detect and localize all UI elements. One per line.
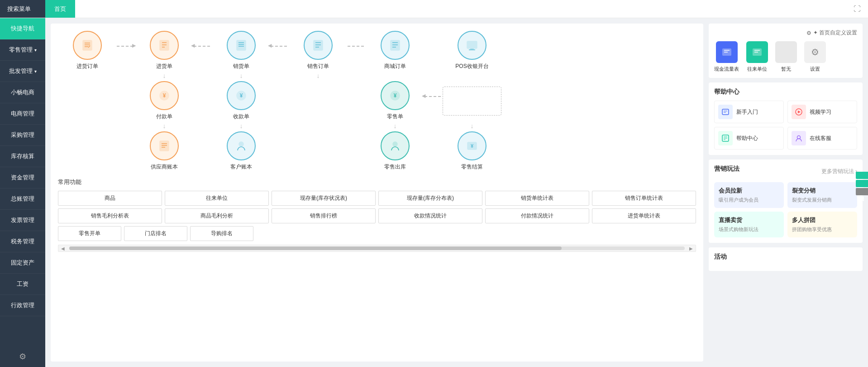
payment-label: 付款单 bbox=[156, 113, 172, 121]
retail-settle-icon: ¥ bbox=[458, 131, 486, 160]
marketing-item-live[interactable]: 直播卖货 场景式购物新玩法 bbox=[714, 212, 784, 237]
quick-access-panel: ⚙ ✦ 首页自定义设置 现金流量表 往来 bbox=[709, 24, 863, 78]
sidebar-item-retail[interactable]: 零售管理▾ bbox=[0, 39, 45, 61]
marketing-header: 营销玩法 更多营销玩法 › bbox=[714, 165, 857, 178]
flow-node-supplier-book[interactable]: 供应商账本 bbox=[135, 131, 194, 171]
settings-icon[interactable]: ⚙ bbox=[19, 352, 26, 362]
qa-item-cashflow[interactable]: 现金流量表 bbox=[714, 41, 739, 72]
func-btn-sales-order-stat[interactable]: 销售订单统计表 bbox=[592, 191, 696, 206]
float-btn-desktop[interactable]: 桌面快捷 bbox=[856, 188, 868, 195]
func-btn-goods[interactable]: 商品 bbox=[58, 191, 162, 206]
svg-text:¥: ¥ bbox=[240, 92, 243, 99]
sidebar-item-ecommerce[interactable]: 小畅电商 bbox=[0, 82, 45, 103]
arrow-down-sales: ↓ bbox=[212, 72, 271, 79]
sidebar-item-tax[interactable]: 税务管理 bbox=[0, 231, 45, 252]
flow-node-shop-order[interactable]: 商城订单 bbox=[366, 31, 424, 70]
arrow-left-2: ◀ bbox=[271, 46, 289, 47]
func-btn-receipt-stat[interactable]: 收款情况统计 bbox=[378, 208, 482, 223]
func-btn-retail-open[interactable]: 零售开单 bbox=[58, 226, 121, 241]
flow-node-purchase[interactable]: 进货单 bbox=[135, 31, 194, 70]
sidebar-item-inventory[interactable]: 库存核算 bbox=[0, 146, 45, 167]
flow-node-retail-out[interactable]: 零售出库 bbox=[366, 131, 424, 171]
customer-book-icon bbox=[227, 131, 256, 160]
helpcenter-icon bbox=[718, 131, 733, 145]
scroll-left-arrow[interactable]: ◀ bbox=[58, 246, 67, 251]
help-item-video[interactable]: 视频学习 bbox=[787, 101, 857, 123]
help-item-helpcenter[interactable]: 帮助中心 bbox=[714, 127, 784, 150]
sidebar-item-invoice[interactable]: 发票管理 bbox=[0, 210, 45, 231]
sidebar-item-finance[interactable]: 资金管理 bbox=[0, 167, 45, 188]
svg-rect-40 bbox=[722, 109, 729, 115]
func-btn-purchase-stat[interactable]: 进货单统计表 bbox=[592, 208, 696, 223]
qa-settings-label: 设置 bbox=[810, 66, 820, 72]
flow-diagram: 进货订单 ▶ 进货单 bbox=[58, 31, 696, 171]
qa-item-units[interactable]: 往来单位 bbox=[746, 41, 768, 72]
marketing-grid: 会员拉新 吸引用户成为会员 裂变分销 裂变式发展分销商 直播卖货 场景式购物新玩… bbox=[714, 182, 857, 237]
arrow-down-retailsettlement: ↓ bbox=[443, 122, 501, 130]
supplier-book-icon bbox=[150, 131, 179, 160]
sidebar-item-payroll[interactable]: 工资 bbox=[0, 274, 45, 295]
sidebar-item-purchase[interactable]: 采购管理 bbox=[0, 125, 45, 146]
flow-node-retail-bill[interactable]: ¥ 零售单 bbox=[366, 81, 424, 121]
arrow-from-pos: ◀ bbox=[424, 96, 443, 97]
func-btn-store-rank[interactable]: 门店排名 bbox=[124, 226, 187, 241]
float-btn-service[interactable]: 客服热线 bbox=[856, 172, 868, 179]
more-marketing-link[interactable]: 更多营销玩法 › bbox=[821, 168, 857, 175]
gear-icon-small: ⚙ bbox=[806, 30, 811, 36]
func-btn-sales-stat[interactable]: 销货单统计表 bbox=[485, 191, 589, 206]
func-btn-guide-rank[interactable]: 导购排名 bbox=[190, 226, 253, 241]
flow-node-pos[interactable]: POS收银开台 bbox=[443, 31, 501, 70]
purchase-label: 进货单 bbox=[156, 63, 172, 70]
scroll-thumb bbox=[69, 246, 562, 250]
svg-marker-44 bbox=[798, 111, 801, 113]
tab-home[interactable]: 首页 bbox=[45, 0, 75, 18]
units-icon-box bbox=[746, 41, 768, 63]
sidebar-item-wholesale[interactable]: 批发管理▾ bbox=[0, 61, 45, 82]
func-btn-sales-rank[interactable]: 销售排行榜 bbox=[272, 208, 376, 223]
flow-node-purchase-order[interactable]: 进货订单 bbox=[58, 31, 117, 70]
retail-bill-icon: ¥ bbox=[381, 81, 410, 110]
sidebar-bottom: ⚙ bbox=[0, 346, 45, 367]
flow-node-customer-book[interactable]: 客户账本 bbox=[212, 131, 271, 171]
sidebar-item-quicknav[interactable]: 快捷导航 bbox=[0, 18, 45, 39]
customize-link[interactable]: ⚙ ✦ 首页自定义设置 bbox=[806, 29, 857, 37]
func-btn-stock2[interactable]: 现存量(库存分布表) bbox=[378, 191, 482, 206]
help-item-service[interactable]: 在线客服 bbox=[787, 127, 857, 150]
sidebar-item-ecommercemanage[interactable]: 电商管理 bbox=[0, 103, 45, 125]
svg-rect-17 bbox=[467, 41, 477, 48]
flow-node-payment[interactable]: ¥ 付款单 bbox=[135, 81, 194, 121]
func-btn-stock1[interactable]: 现存量(库存状况表) bbox=[272, 191, 376, 206]
func-btn-goods-profit[interactable]: 商品毛利分析 bbox=[165, 208, 269, 223]
help-item-beginner[interactable]: 新手入门 bbox=[714, 101, 784, 123]
func-btn-units[interactable]: 往来单位 bbox=[165, 191, 269, 206]
scrollbar[interactable]: ◀ ▶ bbox=[58, 245, 696, 252]
retail-out-label: 零售出库 bbox=[384, 163, 406, 171]
supplier-book-label: 供应商账本 bbox=[151, 163, 178, 171]
marketing-item-fission[interactable]: 裂变分销 裂变式发展分销商 bbox=[787, 182, 857, 208]
pos-box bbox=[443, 87, 501, 116]
qa-item-settings[interactable]: ⚙ 设置 bbox=[804, 41, 826, 72]
flow-node-sales-order[interactable]: 销售订单 bbox=[289, 31, 348, 70]
activity-title: 活动 bbox=[714, 253, 857, 261]
left-panel: 进货订单 ▶ 进货单 bbox=[51, 24, 703, 362]
float-btn-community[interactable]: 服务社区 bbox=[856, 180, 868, 187]
qa-item-none[interactable]: 暂无 bbox=[775, 41, 797, 72]
flow-node-receipt[interactable]: ¥ 收款单 bbox=[212, 81, 271, 121]
marketing-item-group[interactable]: 多人拼团 拼团购物享受优惠 bbox=[787, 212, 857, 237]
func-row2: 销售毛利分析表 商品毛利分析 销售排行榜 收款情况统计 付款情况统计 进货单统计… bbox=[58, 208, 696, 223]
quick-access-header: ⚙ ✦ 首页自定义设置 bbox=[714, 29, 857, 37]
marketing-item-member[interactable]: 会员拉新 吸引用户成为会员 bbox=[714, 182, 784, 208]
flow-node-sales[interactable]: 销货单 bbox=[212, 31, 271, 70]
sidebar-item-admin[interactable]: 行政管理 bbox=[0, 295, 45, 316]
search-menu-button[interactable]: 搜索菜单 bbox=[0, 0, 45, 18]
fullscreen-button[interactable]: ⛶ bbox=[854, 5, 861, 13]
top-bar: 搜索菜单 首页 ⛶ bbox=[0, 0, 868, 18]
flow-node-retail-settle[interactable]: ¥ 零售结算 bbox=[443, 131, 501, 171]
sidebar-item-ledger[interactable]: 总账管理 bbox=[0, 188, 45, 210]
receipt-label: 收款单 bbox=[233, 113, 249, 121]
func-btn-payment-stat[interactable]: 付款情况统计 bbox=[485, 208, 589, 223]
func-btn-profit-analysis[interactable]: 销售毛利分析表 bbox=[58, 208, 162, 223]
sidebar-item-assets[interactable]: 固定资产 bbox=[0, 252, 45, 274]
svg-rect-26 bbox=[160, 141, 169, 151]
scroll-right-arrow[interactable]: ▶ bbox=[687, 246, 696, 251]
